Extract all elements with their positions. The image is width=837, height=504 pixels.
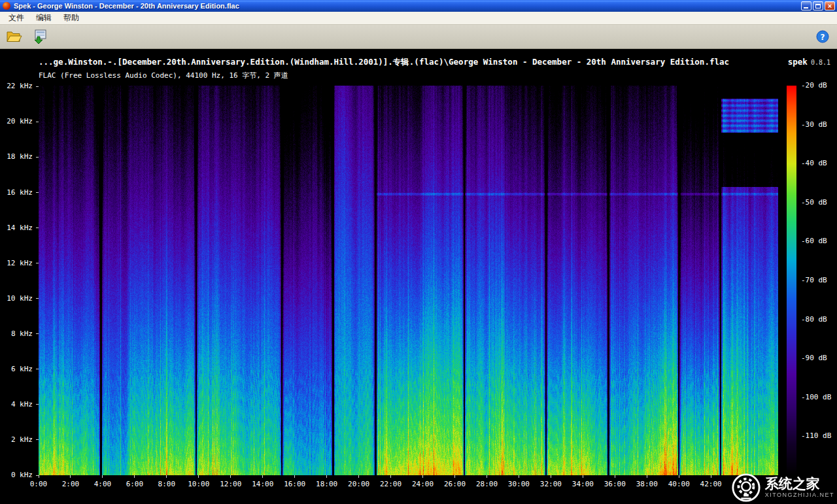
minimize-button[interactable] — [801, 1, 811, 10]
x-tick-label: 10:00 — [182, 480, 215, 488]
x-tick-label: 8:00 — [150, 480, 183, 488]
x-tickmark — [166, 475, 167, 478]
x-tickmark — [230, 475, 231, 478]
save-icon — [31, 29, 47, 44]
db-tick-label: -90 dB — [801, 354, 837, 362]
titlebar: Spek - George Winston - December - 20th … — [0, 0, 837, 12]
watermark-logo-icon — [731, 473, 761, 503]
db-tick-label: -40 dB — [801, 159, 837, 167]
spek-window: Spek - George Winston - December - 20th … — [0, 0, 837, 504]
spek-app-icon — [3, 2, 10, 10]
save-button[interactable] — [30, 27, 48, 46]
x-tickmark — [390, 475, 391, 478]
x-tickmark — [615, 475, 615, 478]
db-tick-label: -80 dB — [801, 315, 837, 324]
y-tick-label: 12 kHz — [0, 259, 33, 267]
x-tick-label: 42:00 — [694, 480, 727, 488]
watermark-site-name: 系统之家 — [765, 477, 834, 491]
x-tickmark — [679, 475, 679, 478]
x-tickmark — [487, 475, 487, 478]
window-title: Spek - George Winston - December - 20th … — [14, 2, 801, 10]
x-tick-label: 30:00 — [502, 480, 535, 488]
x-tick-label: 12:00 — [214, 480, 247, 488]
x-tick-label: 6:00 — [118, 480, 151, 488]
x-tick-label: 38:00 — [630, 480, 663, 488]
y-tick-label: 8 kHz — [0, 329, 33, 338]
x-tick-label: 34:00 — [566, 480, 599, 488]
minimize-icon — [804, 7, 808, 8]
y-tick-label: 4 kHz — [0, 400, 33, 409]
help-button[interactable]: ? — [813, 27, 832, 46]
x-tick-label: 28:00 — [470, 480, 503, 488]
app-version-number: 0.8.1 — [811, 59, 830, 66]
x-tick-label: 36:00 — [598, 480, 631, 488]
x-tick-label: 22:00 — [375, 480, 407, 488]
restore-icon — [815, 4, 821, 8]
x-tickmark — [647, 475, 647, 478]
y-tick-label: 10 kHz — [0, 294, 33, 303]
svg-text:?: ? — [821, 33, 825, 42]
x-tick-label: 2:00 — [54, 480, 87, 488]
x-tickmark — [358, 475, 359, 478]
app-version: spek0.8.1 — [788, 55, 830, 67]
y-tick-label: 22 kHz — [0, 82, 33, 90]
x-tick-label: 32:00 — [534, 480, 567, 488]
x-tickmark — [134, 475, 135, 478]
db-tick-label: -50 dB — [801, 198, 837, 207]
x-tickmark — [711, 475, 711, 478]
x-tickmark — [326, 475, 327, 478]
client-area: ...ge.Winston.-.[December.20th.Anniversa… — [0, 49, 837, 504]
file-title: ...ge.Winston.-.[December.20th.Anniversa… — [39, 57, 779, 68]
y-tick-label: 16 kHz — [0, 188, 33, 197]
x-tick-label: 40:00 — [662, 480, 695, 488]
x-tickmark — [198, 475, 199, 478]
x-tickmark — [519, 475, 519, 478]
help-icon: ? — [816, 30, 829, 43]
menubar: 文件 编辑 帮助 — [0, 12, 837, 25]
y-tick-label: 0 kHz — [0, 471, 33, 479]
y-tick-label: 18 kHz — [0, 152, 33, 161]
toolbar: ? — [0, 25, 837, 49]
spectrogram-canvas — [39, 86, 778, 475]
maximize-button[interactable] — [813, 1, 823, 10]
legend-gradient — [787, 86, 796, 475]
y-tick-label: 20 kHz — [0, 117, 33, 126]
x-tickmark — [551, 475, 551, 478]
db-tick-label: -110 dB — [801, 431, 837, 440]
watermark: 系统之家 XITONGZHIJIA.NET — [731, 473, 834, 503]
menu-edit[interactable]: 编辑 — [30, 11, 58, 25]
x-tick-label: 24:00 — [407, 480, 439, 488]
x-tickmark — [39, 475, 39, 478]
db-tick-label: -100 dB — [801, 393, 837, 401]
x-tick-label: 0:00 — [22, 480, 55, 488]
menu-help[interactable]: 帮助 — [58, 11, 85, 25]
x-tickmark — [262, 475, 263, 478]
x-tickmark — [583, 475, 583, 478]
close-button[interactable]: × — [825, 1, 835, 10]
x-tickmark — [422, 475, 423, 478]
folder-open-icon — [7, 30, 22, 43]
x-tick-label: 4:00 — [86, 480, 119, 488]
menu-file[interactable]: 文件 — [3, 11, 30, 25]
x-tick-label: 20:00 — [343, 480, 375, 488]
watermark-site-url: XITONGZHIJIA.NET — [765, 492, 834, 498]
x-tick-label: 14:00 — [247, 480, 279, 488]
db-tick-label: -60 dB — [801, 237, 837, 245]
db-tick-label: -70 dB — [801, 276, 837, 284]
x-tickmark — [102, 475, 103, 478]
x-tickmark — [294, 475, 295, 478]
db-tick-label: -30 dB — [801, 120, 837, 129]
x-tickmark — [70, 475, 71, 478]
close-icon: × — [825, 2, 834, 10]
x-tick-label: 16:00 — [279, 480, 311, 488]
y-tick-label: 14 kHz — [0, 224, 33, 232]
open-file-button[interactable] — [5, 27, 24, 46]
x-tick-label: 26:00 — [438, 480, 471, 488]
x-tick-label: 18:00 — [311, 480, 343, 488]
x-tickmark — [454, 475, 455, 478]
stream-info: FLAC (Free Lossless Audio Codec), 44100 … — [39, 71, 288, 80]
y-tick-label: 2 kHz — [0, 435, 33, 444]
y-tick-label: 6 kHz — [0, 365, 33, 373]
app-name: spek — [788, 57, 808, 67]
db-tick-label: -20 dB — [801, 81, 837, 90]
